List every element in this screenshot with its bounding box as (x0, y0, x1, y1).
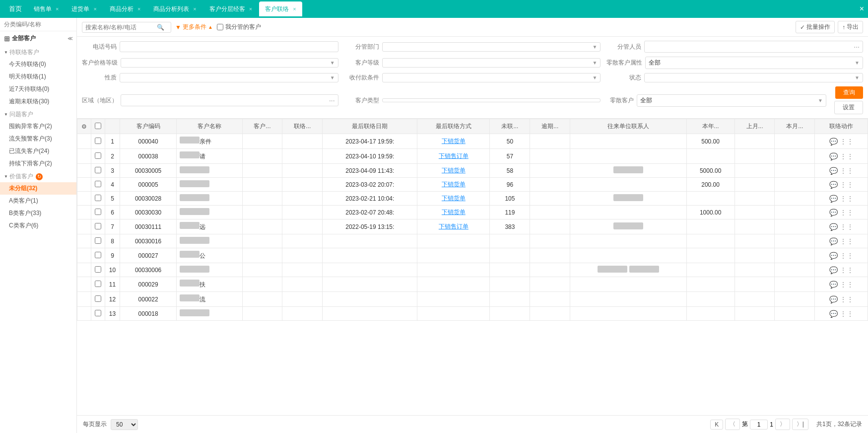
not-contacted-col-header[interactable]: 未联... (490, 119, 530, 134)
close-contact-tab[interactable]: × (293, 6, 296, 12)
more-icon[interactable]: ⋮⋮ (840, 181, 854, 189)
last-method-cell[interactable] (417, 292, 490, 307)
tab-sales[interactable]: 销售单 × (28, 1, 65, 16)
phone-input[interactable] (120, 41, 338, 52)
export-button[interactable]: ↑ 导出 (838, 21, 863, 33)
reset-button[interactable]: 设置 (834, 101, 863, 114)
more-icon[interactable]: ⋮⋮ (840, 138, 854, 145)
sidebar-item-7days[interactable]: 近7天待联络(0) (0, 83, 76, 95)
table-settings-icon[interactable]: ⚙ (81, 123, 87, 130)
checkbox-cell[interactable] (91, 219, 105, 234)
filter-search-icon[interactable]: 🔍 (157, 24, 164, 31)
more-icon[interactable]: ⋮⋮ (840, 223, 854, 231)
sidebar-item-declining[interactable]: 持续下滑客户(2) (0, 157, 76, 170)
message-icon[interactable]: 💬 (829, 152, 838, 160)
message-icon[interactable]: 💬 (829, 266, 838, 274)
price-grade-select[interactable]: ▼ (121, 58, 338, 68)
more-conditions-btn[interactable]: ▼ 更多条件 ▲ (175, 23, 213, 31)
last-method-cell[interactable] (417, 307, 490, 321)
sidebar-item-classA[interactable]: A类客户(1) (0, 195, 76, 207)
checkbox-cell[interactable] (91, 178, 105, 192)
row-checkbox[interactable] (95, 237, 101, 244)
more-icon[interactable]: ⋮⋮ (840, 252, 854, 260)
checkbox-cell[interactable] (91, 277, 105, 292)
close-sales-tab[interactable]: × (56, 6, 59, 12)
region-input[interactable]: ··· (121, 94, 338, 106)
close-purchase-tab[interactable]: × (93, 6, 96, 12)
checkbox-cell[interactable] (91, 149, 105, 164)
tab-product-analysis[interactable]: 商品分析 × (104, 1, 146, 16)
group-problem-label[interactable]: ▼ 问题客户 (0, 108, 76, 120)
this-month-col-header[interactable]: 本月... (775, 119, 815, 134)
last-method-cell[interactable]: 下销货单 (417, 164, 490, 178)
more-icon[interactable]: ⋮⋮ (840, 295, 854, 303)
status-select[interactable]: ▼ (644, 73, 863, 82)
more-icon[interactable]: ⋮⋮ (840, 152, 854, 160)
group-value-label[interactable]: ▼ 价值客户 ↻ (0, 170, 76, 182)
last-method-cell[interactable]: 下销售订单 (417, 219, 490, 234)
my-customers-checkbox[interactable]: 我分管的客户 (217, 23, 261, 31)
message-icon[interactable]: 💬 (829, 252, 838, 260)
checkbox-cell[interactable] (91, 134, 105, 149)
prev-page-btn[interactable]: 〈 (725, 419, 740, 430)
message-icon[interactable]: 💬 (829, 195, 838, 203)
message-icon[interactable]: 💬 (829, 181, 838, 189)
more-icon[interactable]: ⋮⋮ (840, 266, 854, 274)
last-page-btn[interactable]: 〉| (792, 419, 808, 430)
sidebar-item-classB[interactable]: B类客户(33) (0, 207, 76, 219)
message-icon[interactable]: 💬 (829, 281, 838, 289)
more-icon[interactable]: ⋮⋮ (840, 237, 854, 245)
contact-col-header[interactable]: 联络... (282, 119, 323, 134)
sparse-customer-select[interactable]: 全部 ▼ (637, 94, 826, 107)
message-icon[interactable]: 💬 (829, 237, 838, 245)
overdue-col-header[interactable]: 逾期... (530, 119, 570, 134)
last-method-cell[interactable]: 下销售订单 (417, 149, 490, 164)
message-icon[interactable]: 💬 (829, 138, 838, 145)
row-checkbox[interactable] (95, 195, 101, 201)
tab-product-list[interactable]: 商品分析列表 × (147, 1, 202, 16)
row-checkbox[interactable] (95, 167, 101, 173)
select-all-checkbox[interactable] (95, 123, 101, 129)
last-method-link[interactable]: 下销售订单 (439, 223, 468, 230)
message-icon[interactable]: 💬 (829, 310, 838, 318)
last-method-cell[interactable]: 下销货单 (417, 178, 490, 192)
last-method-link[interactable]: 下销货单 (442, 138, 466, 144)
more-icon[interactable]: ⋮⋮ (840, 281, 854, 289)
code-col-header[interactable]: 客户编码 (120, 119, 177, 134)
sidebar-item-abnormal[interactable]: 囤购异常客户(2) (0, 120, 76, 133)
payment-select[interactable]: ▼ (382, 73, 601, 82)
company-contact-col-header[interactable]: 往来单位联系人 (570, 119, 686, 134)
last-method-link[interactable]: 下销货单 (442, 209, 466, 216)
more-icon[interactable]: ⋮⋮ (840, 195, 854, 203)
sparse-attr-select[interactable]: 全部 ▼ (645, 57, 863, 69)
more-icon[interactable]: ⋮⋮ (840, 209, 854, 216)
close-window[interactable]: × (860, 4, 864, 13)
message-icon[interactable]: 💬 (829, 209, 838, 216)
sidebar-item-ungroup[interactable]: 未分组(32) (0, 182, 76, 195)
sidebar-item-overdue[interactable]: 逾期未联络(30) (0, 95, 76, 108)
last-method-link[interactable]: 下销售订单 (439, 152, 468, 159)
checkbox-cell[interactable] (91, 234, 105, 248)
sidebar-item-today[interactable]: 今天待联络(0) (0, 58, 76, 71)
last-method-cell[interactable] (417, 277, 490, 292)
checkbox-cell[interactable] (91, 307, 105, 321)
checkbox-cell[interactable] (91, 164, 105, 178)
last-method-link[interactable]: 下销货单 (442, 181, 466, 188)
last-method-cell[interactable] (417, 248, 490, 263)
checkbox-cell[interactable] (91, 248, 105, 263)
close-product-list-tab[interactable]: × (193, 6, 196, 12)
checkbox-cell[interactable] (91, 206, 105, 219)
row-checkbox[interactable] (95, 181, 101, 187)
sidebar-item-tomorrow[interactable]: 明天待联络(1) (0, 71, 76, 83)
close-product-analysis-tab[interactable]: × (137, 6, 140, 12)
last-method-cell[interactable]: 下销货单 (417, 192, 490, 206)
message-icon[interactable]: 💬 (829, 167, 838, 175)
name-col-header[interactable]: 客户名称 (177, 119, 242, 134)
message-icon[interactable]: 💬 (829, 295, 838, 303)
close-segment-tab[interactable]: × (249, 6, 252, 12)
type-col-header[interactable]: 客户... (242, 119, 282, 134)
last-date-col-header[interactable]: 最后联络日期 (323, 119, 417, 134)
page-number-input[interactable] (750, 420, 768, 430)
sidebar-item-churn-warning[interactable]: 流失预警客户(3) (0, 133, 76, 145)
filter-search-input[interactable] (85, 24, 155, 31)
